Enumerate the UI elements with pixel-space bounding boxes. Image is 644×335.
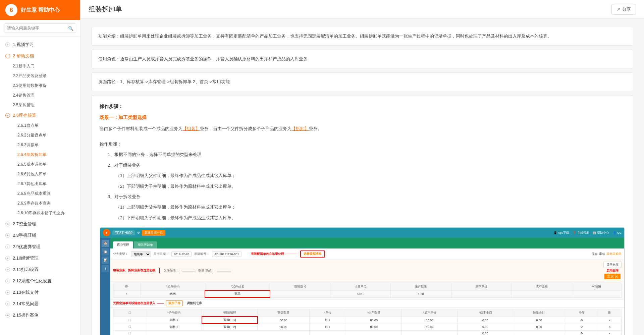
sidebar-item-261[interactable]: 2.6.1盘点单	[0, 121, 80, 130]
sidebar-item-27[interactable]: + 2.7资金管理	[0, 219, 80, 229]
fake-upper-table: 序 *父件编码 *父件品名 规格型号 计量单位 生产数量 成本单价 成本金额	[113, 283, 622, 298]
fake-gear: ⚙	[137, 231, 140, 234]
sidebar-item-213[interactable]: + 2.13在线支付	[0, 287, 80, 298]
fake-form-date: 单据日期：	[154, 252, 169, 256]
fake-num-field: AD-20191226-001	[212, 252, 241, 257]
page-title: 组装拆卸单	[89, 5, 122, 14]
sidebar-item-211-label: 2.11打印设置	[13, 267, 39, 273]
fake-lth-avail: 数量合计	[513, 309, 565, 317]
sidebar-item-211[interactable]: + 2.11打印设置	[0, 264, 80, 275]
fake-lc-1-5: 吨1	[310, 317, 346, 324]
fake-parent-field	[181, 270, 196, 272]
fake-vert-line	[159, 268, 160, 273]
fake-upper-row1: 1 米米 商品 ≈90+ 1.00	[113, 290, 622, 297]
sidebar-item-prepare[interactable]: 2.3使用前数据准备	[0, 81, 80, 91]
fake-enable-annotation: 启用处理	[606, 269, 619, 273]
fake-list-icon: 📋	[102, 248, 109, 256]
fake-lower-annotation-row: 无固定清单可以随便在这里录入 添加子件 调整到仓库	[110, 299, 624, 308]
intro-block: 功能介绍：组装拆卸单用来处理企业组装或拆卸等加工业务，支持有固定装配清单的产品加…	[91, 27, 633, 46]
highlight-assembly[interactable]: 【组装】	[182, 126, 200, 131]
sidebar-item-269[interactable]: 2.6.9库存账本查询	[0, 199, 80, 208]
nav-section-2: − 2.帮助文档 2.1新手入门 2.2产品安装及登录 2.3使用前数据准备 2…	[0, 51, 80, 218]
fake-help-icon: ❓ 在线帮助	[573, 231, 589, 235]
sidebar-item-210[interactable]: + 2.10经营管理	[0, 253, 80, 264]
steps-heading: 操作步骤：	[100, 102, 625, 111]
sidebar-item-newbie[interactable]: 2.1新手入门	[0, 61, 80, 71]
fake-top-right: 📱 App下载 ❓ 在线帮助 🏢 帮助中心 👤 CC	[553, 231, 622, 235]
sidebar-item-265[interactable]: 2.6.5成本调整单	[0, 160, 80, 169]
sidebar-item-214-label: 2.14常见问题	[13, 301, 39, 307]
fake-confirm-btn: 立 安 完	[604, 274, 621, 279]
fake-lower-tab: 添加子件	[166, 300, 183, 306]
sidebar-item-214[interactable]: + 2.14常见问题	[0, 298, 80, 309]
sidebar-item-262[interactable]: 2.6.2分量盘点单	[0, 130, 80, 140]
sidebar-item-212[interactable]: + 2.12系统个性化设置	[0, 276, 80, 286]
sidebar-item-215[interactable]: + 2.15操作案例	[0, 310, 80, 321]
intro-text: 功能介绍：组装拆卸单用来处理企业组装或拆卸等加工业务，支持有固定装配清单的产品加…	[98, 34, 552, 39]
fake-arrow-line	[285, 254, 299, 254]
scene1-heading: 场景一：加工类型选择	[100, 113, 625, 122]
sidebar-item-purchase[interactable]: 2.5采购管理	[0, 100, 80, 110]
sidebar-item-263[interactable]: 2.6.3调拨单	[0, 140, 80, 150]
nav-section-214: + 2.14常见问题	[0, 298, 80, 309]
fake-lower-row1: ☐ 销售 1 调拨(→1) 30.00 吨1 80.00 80.00 0.00	[113, 317, 622, 324]
nav-section-210: + 2.10经营管理	[0, 253, 80, 264]
content-area: 功能介绍：组装拆卸单用来处理企业组装或拆卸等加工业务，支持有固定装配清单的产品加…	[80, 19, 644, 335]
sidebar-item-266[interactable]: 2.6.6其他入库单	[0, 169, 80, 179]
fake-cell-unit: ≈90+	[330, 290, 391, 297]
fake-app-logo: 6	[103, 229, 110, 236]
steps-label: 操作步骤：	[100, 140, 625, 148]
fake-lc-2-10: ⚙	[565, 324, 598, 331]
fake-th-qty: 生产数量	[391, 283, 451, 291]
nav-section-29: + 2.9优惠券管理	[0, 241, 80, 252]
nav-section-1: + 1.视频学习	[0, 39, 80, 50]
sidebar-item-video-label: 1.视频学习	[13, 42, 34, 48]
share-button[interactable]: ↗ 分享	[611, 4, 636, 15]
fake-lc-2-1: ☐	[113, 324, 146, 331]
fake-tab-bar: 库存管理 组装拆卸单	[110, 238, 624, 248]
fake-cell-avail	[572, 290, 621, 297]
sidebar-item-28[interactable]: + 2.8手机旺铺	[0, 230, 80, 241]
expand-icon-210: +	[5, 256, 10, 261]
fake-type-select[interactable]: 组装单	[131, 251, 151, 257]
search-input[interactable]	[4, 23, 76, 33]
sidebar-item-video[interactable]: + 1.视频学习	[0, 39, 80, 50]
sidebar-item-29-label: 2.9优惠券管理	[13, 244, 41, 250]
fake-action2: 审核	[599, 252, 605, 256]
sidebar-item-29[interactable]: + 2.9优惠券管理	[0, 241, 80, 252]
sidebar-nav: + 1.视频学习 − 2.帮助文档 2.1新手入门 2.2产品安装及登录 2.3…	[0, 37, 80, 335]
fake-lc-2-5: 吨1	[310, 324, 346, 331]
fake-lc-1-7: 80.00	[402, 317, 458, 324]
fake-th-unit: 计量单位	[330, 283, 391, 291]
sidebar-item-docs[interactable]: − 2.帮助文档	[0, 51, 80, 61]
fake-user-icon: 👤 CC	[613, 231, 622, 234]
sidebar-item-267[interactable]: 2.6.7其他出库单	[0, 179, 80, 189]
fake-lc-1-1: ☐	[113, 317, 146, 324]
fake-home-icon: 🏠	[102, 240, 109, 247]
fake-new-btn: 新建单据一览	[142, 230, 165, 236]
sidebar-item-inventory[interactable]: − 2.6库存核算	[0, 110, 80, 121]
sidebar-item-install[interactable]: 2.2产品安装及登录	[0, 71, 80, 81]
fake-company-name: TEST-H002	[112, 230, 135, 235]
fake-lc-3-7	[402, 331, 458, 335]
fake-type-switch-row: 组装业务、拆卸业务在这里切换 父件品名： 数量 成品： 货单仓库 启用处理	[110, 260, 624, 281]
fake-lth-unit2: *生产数量	[346, 309, 402, 317]
step-2-2: （2）下部明细为子件明细，最终作为原材料生成其它出库单。	[116, 182, 625, 190]
sidebar-item-sales[interactable]: 2.4销售管理	[0, 91, 80, 100]
sidebar-item-2610[interactable]: 2.6.10库存账本错了怎么办	[0, 208, 80, 218]
fake-th-avail: 可领用	[572, 283, 621, 291]
sidebar-item-264[interactable]: 2.6.4组装拆卸单	[0, 150, 80, 160]
fake-lc-3-5	[310, 331, 346, 335]
scene1-desc: 当由多个子件材料组装成一个成品的业务为【组装】业务，当由一个父件拆分成多个子产品…	[100, 125, 625, 132]
fake-th-total: 成本金额	[512, 283, 572, 291]
expand-icon-215: +	[5, 313, 10, 318]
highlight-disassemble[interactable]: 【拆卸】	[291, 126, 309, 131]
fake-lc-1-6: 80.00	[346, 317, 402, 324]
sidebar-item-213-label: 2.13在线支付	[13, 289, 39, 295]
fake-lc-3-9	[513, 331, 565, 335]
fake-lc-1-2: 销售 1	[146, 317, 202, 324]
fake-app-screenshot: 6 TEST-H002 ⚙ 新建单据一览 📱 App下载 ❓ 在线帮助 🏢 帮助…	[100, 227, 625, 335]
fake-lower-arrow	[157, 303, 164, 303]
fake-form-num: 单据编号：	[194, 252, 209, 256]
sidebar-item-268[interactable]: 2.6.8商品成本重算	[0, 189, 80, 199]
